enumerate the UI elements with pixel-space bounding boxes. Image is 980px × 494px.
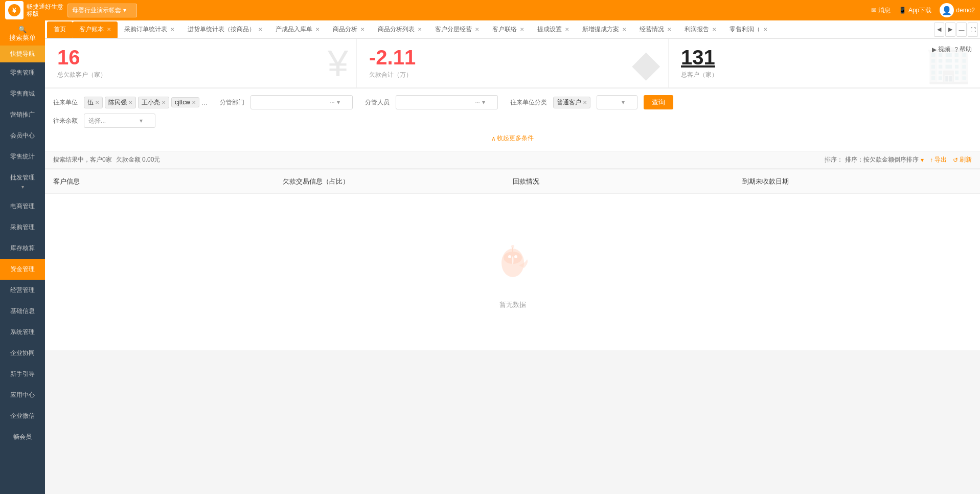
tab-retail-profit[interactable]: 零售利润（✕ xyxy=(723,21,774,38)
sidebar-item-ecommerce[interactable]: 电商管理 xyxy=(0,196,45,217)
remove-chen-icon[interactable]: ✕ xyxy=(128,100,132,105)
sidebar-item-operation[interactable]: 经营管理 xyxy=(0,280,45,301)
sidebar-item-enterprise[interactable]: 企业协同 xyxy=(0,343,45,364)
results-actions: 排序： 排序：按欠款金额倒序排序 ▾ ↑ 导出 ↺ 刷新 xyxy=(825,155,972,164)
export-button[interactable]: ↑ 导出 xyxy=(930,155,947,164)
tab-product-analysis[interactable]: 商品分析✕ xyxy=(326,21,371,38)
tab-operation-status[interactable]: 经营情况✕ xyxy=(633,21,678,38)
tabs-minimize-button[interactable]: — xyxy=(956,23,967,37)
logo-line1: 畅捷通好生意 xyxy=(27,3,63,10)
chevron-down-icon: ▾ xyxy=(123,7,126,14)
sidebar-item-marketing[interactable]: 营销推广 xyxy=(0,104,45,125)
dept-select[interactable]: ··· ▾ xyxy=(250,95,353,109)
download-icon: 📱 xyxy=(899,7,906,14)
balance-select[interactable]: 选择... ▾ xyxy=(84,114,155,128)
unit-more-button[interactable]: ... xyxy=(201,98,208,106)
tenant-selector[interactable]: 母婴行业演示帐套 ▾ xyxy=(67,4,137,17)
tabs-container: 首页客户账本✕采购订单统计表✕进货单统计表（按商品）✕产成品入库单✕商品分析✕商… xyxy=(47,21,932,38)
tab-close-customer-segment[interactable]: ✕ xyxy=(475,27,479,32)
tab-close-product-analysis[interactable]: ✕ xyxy=(360,27,364,32)
sidebar-item-member[interactable]: 会员中心 xyxy=(0,125,45,146)
category-filter-label: 往来单位分类 xyxy=(510,98,547,107)
category-chevron-icon: ▾ xyxy=(622,99,625,106)
tab-customer-contact[interactable]: 客户联络✕ xyxy=(486,21,531,38)
tab-new-plan[interactable]: 新增提成方案✕ xyxy=(576,21,633,38)
sidebar-item-enterprise-wechat[interactable]: 企业微信 xyxy=(0,406,45,426)
balance-filter-label: 往来余额 xyxy=(53,117,78,125)
sidebar-label-wholesale: 批发管理 xyxy=(10,173,35,182)
tab-label-new-plan: 新增提成方案 xyxy=(582,25,619,34)
remove-normal-icon[interactable]: ✕ xyxy=(583,100,587,105)
col-due-date: 到期未收款日期 xyxy=(742,175,972,188)
remove-wang-icon[interactable]: ✕ xyxy=(162,100,166,105)
app-download-button[interactable]: 📱 App下载 xyxy=(899,6,931,15)
help-button[interactable]: ? 帮助 xyxy=(954,45,972,54)
remove-wu-icon[interactable]: ✕ xyxy=(95,100,99,105)
tab-product-in[interactable]: 产成品入库单✕ xyxy=(269,21,326,38)
sidebar-item-purchase[interactable]: 采购管理 xyxy=(0,217,45,238)
sidebar-item-finance[interactable]: 资金管理 xyxy=(0,259,45,280)
sort-selector[interactable]: 排序： 排序：按欠款金额倒序排序 ▾ xyxy=(825,155,924,164)
sidebar-item-retail[interactable]: 零售管理 xyxy=(0,62,45,83)
tab-close-profit-report[interactable]: ✕ xyxy=(712,27,716,32)
tab-raise-settings[interactable]: 提成设置✕ xyxy=(531,21,576,38)
tab-close-product-analysis-list[interactable]: ✕ xyxy=(418,27,422,32)
query-button[interactable]: 查询 xyxy=(644,95,673,109)
tab-close-purchase-stats[interactable]: ✕ xyxy=(258,27,262,32)
tab-close-new-plan[interactable]: ✕ xyxy=(622,27,626,32)
sidebar-item-retail-mall[interactable]: 零售商城 xyxy=(0,83,45,104)
tabs-prev-button[interactable]: ◀ xyxy=(934,23,944,37)
tab-close-product-in[interactable]: ✕ xyxy=(315,27,320,32)
tab-profit-report[interactable]: 利润报告✕ xyxy=(678,21,723,38)
tab-close-customer-contact[interactable]: ✕ xyxy=(520,27,524,32)
tab-label-home: 首页 xyxy=(54,25,66,34)
sidebar-item-app-center[interactable]: 应用中心 xyxy=(0,385,45,406)
category-tag-normal[interactable]: 普通客户 ✕ xyxy=(553,97,590,108)
svg-text:¥: ¥ xyxy=(12,6,16,14)
refresh-button[interactable]: ↺ 刷新 xyxy=(953,155,972,164)
stat-label-total-owed-customers: 总欠款客户（家） xyxy=(57,71,106,79)
user-avatar-button[interactable]: 👤 demo2 xyxy=(940,3,975,17)
tab-customer-account[interactable]: 客户账本✕ xyxy=(73,21,118,38)
stat-text-total-owed-amount: -2.11 欠款合计（万） xyxy=(369,47,416,79)
person-chevron-icon: ▾ xyxy=(482,99,485,106)
export-label: 导出 xyxy=(935,155,947,164)
sidebar-search[interactable]: 🔍 搜索菜单 xyxy=(0,20,45,46)
tab-close-customer-account[interactable]: ✕ xyxy=(107,27,111,32)
dept-chevron-icon: ▾ xyxy=(337,99,340,106)
stat-label-total-owed-amount: 欠款合计（万） xyxy=(369,71,416,79)
tab-purchase-order[interactable]: 采购订单统计表✕ xyxy=(118,21,181,38)
unit-tag-wang[interactable]: 王小亮 ✕ xyxy=(138,97,169,108)
dept-filter-label: 分管部门 xyxy=(220,98,244,107)
tab-close-raise-settings[interactable]: ✕ xyxy=(565,27,569,32)
sidebar-label-new-guide: 新手引导 xyxy=(10,370,35,378)
sidebar-item-system[interactable]: 系统管理 xyxy=(0,322,45,343)
unit-tag-wu[interactable]: 伍 ✕ xyxy=(84,97,103,108)
sidebar-item-inventory[interactable]: 库存核算 xyxy=(0,238,45,259)
sidebar-quick-nav[interactable]: 快捷导航 xyxy=(0,46,45,62)
sidebar-item-basic-info[interactable]: 基础信息 xyxy=(0,301,45,322)
tab-close-purchase-order[interactable]: ✕ xyxy=(170,27,174,32)
remove-cjttcw-icon[interactable]: ✕ xyxy=(192,100,196,105)
sidebar-item-new-guide[interactable]: 新手引导 xyxy=(0,364,45,385)
sidebar-item-vip-member[interactable]: 畅会员 xyxy=(0,426,45,447)
unit-tag-chen[interactable]: 陈民强 ✕ xyxy=(105,97,136,108)
tab-home[interactable]: 首页 xyxy=(47,21,73,38)
tab-close-retail-profit[interactable]: ✕ xyxy=(763,27,767,32)
tab-purchase-stats[interactable]: 进货单统计表（按商品）✕ xyxy=(181,21,269,38)
collapse-button[interactable]: ∧ 收起更多条件 xyxy=(53,132,972,145)
tab-label-product-in: 产成品入库单 xyxy=(276,25,312,34)
tab-customer-segment[interactable]: 客户分层经营✕ xyxy=(428,21,486,38)
sidebar-item-wholesale[interactable]: 批发管理▾ xyxy=(0,167,45,196)
tabs-maximize-button[interactable]: ⛶ xyxy=(968,23,978,37)
tab-product-analysis-list[interactable]: 商品分析列表✕ xyxy=(371,21,428,38)
tabs-next-button[interactable]: ▶ xyxy=(945,23,955,37)
sidebar-item-retail-stats[interactable]: 零售统计 xyxy=(0,146,45,167)
video-help-button[interactable]: ▶ 视频 xyxy=(932,45,950,54)
tab-close-operation-status[interactable]: ✕ xyxy=(667,27,671,32)
unit-tag-cjttcw[interactable]: cjttcw ✕ xyxy=(171,97,199,107)
message-button[interactable]: ✉ 消息 xyxy=(871,6,891,15)
person-select[interactable]: ··· ▾ xyxy=(396,95,498,109)
category-select[interactable]: ▾ xyxy=(597,95,637,109)
top-bar: ¥ 畅捷通好生意 标版 母婴行业演示帐套 ▾ ✉ 消息 📱 App下载 xyxy=(0,0,980,20)
